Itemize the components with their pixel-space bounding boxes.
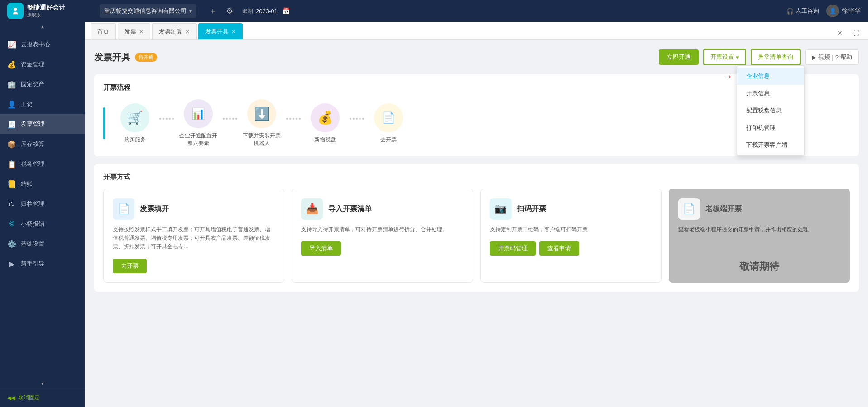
sidebar-scroll-down[interactable]: ▼: [0, 379, 85, 388]
tab-invoice[interactable]: 发票 ✕: [118, 23, 150, 39]
step-icon-buy: 🛒: [120, 103, 149, 132]
sidebar-item-inventory[interactable]: 📦 库存核算: [0, 134, 85, 154]
scan-actions: 开票码管理 查看申请: [490, 241, 652, 256]
headset-icon: 🎧: [786, 8, 794, 15]
step-label-download: 下载并安装开票机器人: [241, 132, 282, 147]
dropdown-item-company[interactable]: 企业信息 →: [737, 68, 804, 85]
logo-icon: [7, 3, 24, 19]
account-period: 账期 2023-01 📅: [242, 5, 292, 16]
dropdown-item-download[interactable]: 下载开票客户端: [737, 136, 804, 154]
abnormal-button[interactable]: 异常清单查询: [751, 49, 801, 65]
tab-maximize-icon[interactable]: ⛶: [850, 27, 863, 39]
sidebar: ▲ 📈 云报表中心 💰 资金管理 🏢 固定资产 👤 工资: [0, 22, 85, 407]
import-desc: 支持导入待开票清单，可对待开票清单进行拆分、合并处理。: [301, 225, 463, 234]
sidebar-item-invoice[interactable]: 🧾 发票管理: [0, 114, 85, 134]
dot: [229, 118, 231, 120]
status-badge: 待开通: [135, 53, 157, 62]
help-icon: ?: [835, 54, 839, 61]
calendar-icon[interactable]: 📅: [280, 5, 292, 16]
dot: [169, 118, 171, 120]
sidebar-item-archive[interactable]: 🗂 归档管理: [0, 194, 85, 214]
tab-close-all-icon[interactable]: ✕: [834, 27, 846, 39]
tab-close-icon[interactable]: ✕: [231, 29, 236, 35]
sidebar-bottom-cancel[interactable]: ◀◀ 取消固定: [0, 388, 85, 407]
settings-icon[interactable]: ⚙: [224, 4, 235, 18]
method-card-fill: 📄 发票填开 支持按照发票样式手工填开发票；可开具增值税电子普通发票、增值税普通…: [103, 189, 284, 283]
add-company-icon[interactable]: ＋: [207, 4, 219, 18]
step-label-configure: 企业开通配置开票六要素: [178, 132, 219, 147]
scan-icon: 📷: [490, 198, 512, 220]
header-actions: 立即开通 开票设置 ▾ 异常清单查询 ▶ 视频 | ? 帮助: [659, 49, 859, 65]
step-label-taxdisk: 新增税盘: [314, 136, 336, 144]
boss-desc: 查看老板端小程序提交的开票申请，并作出相应的处理: [678, 225, 840, 234]
sidebar-item-label: 工资: [21, 100, 33, 108]
archive-icon: 🗂: [7, 199, 16, 208]
methods-grid: 📄 发票填开 支持按照发票样式手工填开发票；可开具增值税电子普通发票、增值税普通…: [103, 189, 850, 283]
sidebar-item-payroll[interactable]: 👤 工资: [0, 94, 85, 114]
unpin-icon: ◀◀: [7, 395, 15, 401]
sidebar-item-settings[interactable]: ⚙️ 基础设置: [0, 234, 85, 254]
logo-text: 畅捷通好会计 旗舰版: [27, 4, 65, 18]
sidebar-item-label: 新手引导: [21, 260, 44, 268]
sidebar-item-label: 基础设置: [21, 240, 44, 248]
sidebar-item-accounting[interactable]: 📒 结账: [0, 174, 85, 194]
sidebar-scroll-up[interactable]: ▲: [0, 22, 85, 31]
method-header-scan: 📷 扫码开票: [490, 198, 652, 220]
dot: [362, 118, 364, 120]
reports-icon: 📈: [7, 40, 16, 49]
tab-home[interactable]: 首页: [91, 23, 116, 39]
dot: [353, 118, 355, 120]
logo-area: 畅捷通好会计 旗舰版: [7, 3, 92, 19]
dot: [356, 118, 358, 120]
step-connector-3: [286, 118, 301, 120]
dot: [166, 118, 168, 120]
settings-dropdown: 企业信息 → 开票信息 配置税盘信息: [737, 65, 805, 156]
dropdown-item-tax-disk[interactable]: 配置税盘信息: [737, 102, 804, 119]
import-list-button[interactable]: 导入清单: [301, 241, 341, 256]
dot: [296, 118, 297, 120]
video-help-button[interactable]: ▶ 视频 | ? 帮助: [805, 49, 859, 65]
company-selector[interactable]: 重庆畅捷交通信息咨询有限公司 ▾: [100, 4, 196, 18]
settings-sidebar-icon: ⚙️: [7, 239, 16, 248]
dropdown-item-printer[interactable]: 打印机管理: [737, 119, 804, 136]
view-apply-button[interactable]: 查看申请: [539, 241, 579, 256]
dot: [232, 118, 234, 120]
sidebar-item-tax[interactable]: 📋 税务管理: [0, 154, 85, 174]
sidebar-item-label: 云报表中心: [21, 40, 50, 48]
step-taxdisk: 💰 新增税盘: [302, 103, 348, 144]
boss-overlay: 敬请期待: [669, 260, 849, 273]
sidebar-item-assets[interactable]: 🏢 固定资产: [0, 74, 85, 94]
dot: [163, 118, 164, 120]
step-icon-issue: 📄: [374, 103, 403, 132]
dot: [159, 118, 161, 120]
qr-manage-button[interactable]: 开票码管理: [490, 241, 536, 256]
avatar: 👤: [826, 5, 839, 17]
step-connector-1: [159, 118, 174, 120]
settings-button[interactable]: 开票设置 ▾: [703, 49, 746, 65]
sidebar-item-guide[interactable]: ▶ 新手引导: [0, 254, 85, 274]
sidebar-item-reports[interactable]: 📈 云报表中心: [0, 34, 85, 54]
support-button[interactable]: 🎧 人工咨询: [786, 7, 819, 15]
dot: [350, 118, 351, 120]
dropdown-item-invoice-info[interactable]: 开票信息: [737, 85, 804, 102]
tab-close-icon[interactable]: ✕: [139, 29, 144, 35]
go-invoice-button[interactable]: 去开票: [113, 259, 147, 273]
user-area[interactable]: 👤 徐泽华: [826, 5, 861, 17]
tab-invoice-calc[interactable]: 发票测算 ✕: [152, 23, 197, 39]
finance-icon: 💰: [7, 60, 16, 69]
video-label: 视频: [818, 53, 830, 61]
top-actions: ＋ ⚙: [207, 4, 235, 18]
tab-close-icon[interactable]: ✕: [185, 29, 190, 35]
tab-invoice-issue[interactable]: 发票开具 ✕: [198, 23, 243, 39]
sidebar-item-expense[interactable]: © 小畅报销: [0, 214, 85, 234]
top-right-area: 🎧 人工咨询 👤 徐泽华: [786, 5, 861, 17]
sidebar-item-finance[interactable]: 💰 资金管理: [0, 54, 85, 74]
activate-button[interactable]: 立即开通: [659, 49, 699, 65]
assets-icon: 🏢: [7, 80, 16, 89]
logo-subtitle: 旗舰版: [27, 12, 65, 18]
company-name: 重庆畅捷交通信息咨询有限公司: [104, 7, 187, 15]
step-icon-configure: 📊: [184, 99, 213, 128]
page-content: 发票开具 待开通 立即开通 开票设置 ▾ 异常清单查询 ▶ 视频: [85, 40, 868, 407]
inventory-icon: 📦: [7, 140, 16, 149]
boss-title: 老板端开票: [705, 204, 742, 214]
